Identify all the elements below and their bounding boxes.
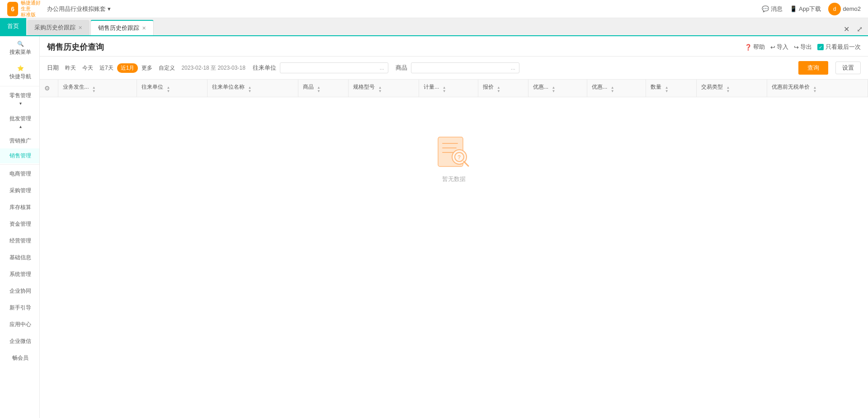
topbar: 6 畅捷通好生意 标准版 办公用品行业模拟账套 ▾ 💬 消息 📱 App下载 d… [0, 0, 868, 18]
chevron-down-icon: ▾ [19, 101, 22, 106]
logo-icon: 6 [7, 2, 18, 16]
empty-icon: ? [431, 133, 476, 170]
th-trade-type[interactable]: 交易类型 ▲▼ [697, 80, 767, 97]
sort-arrows-pre-tax-price: ▲▼ [813, 86, 817, 93]
sidebar-item-finance[interactable]: 资金管理 [0, 216, 39, 233]
date-1month[interactable]: 近1月 [117, 63, 138, 73]
page-header: 销售历史价查询 ❓ 帮助 ↩ 导入 ↪ 导出 ✓ 只看最后一次 [40, 36, 868, 57]
sort-arrows-quoted-price: ▲▼ [497, 86, 500, 93]
sort-arrows-biz-date: ▲▼ [92, 86, 96, 93]
only-last-checkbox[interactable]: ✓ 只看最后一次 [817, 43, 861, 51]
supplier-filter-group: 往来单位 ... [253, 62, 388, 73]
th-quantity[interactable]: 数量 ▲▼ [646, 80, 697, 97]
sidebar-item-wechat[interactable]: 企业微信 [0, 333, 39, 350]
th-discount2[interactable]: 优惠... ▲▼ [587, 80, 646, 97]
sidebar-divider-1 [0, 86, 39, 86]
sort-arrows-quantity: ▲▼ [665, 86, 669, 93]
date-yesterday[interactable]: 昨天 [62, 63, 79, 73]
query-button[interactable]: 查询 [798, 61, 828, 75]
tabbar: 首页 采购历史价跟踪 ✕ 销售历史价跟踪 ✕ ✕ ⤢ [0, 18, 868, 36]
th-partner-name[interactable]: 往来单位名称 ▲▼ [208, 80, 298, 97]
sidebar-item-member[interactable]: 畅会员 [0, 350, 39, 366]
empty-state: ? 暂无数据 [40, 97, 868, 219]
sidebar-sub-marketing[interactable]: 营销推广 [0, 133, 39, 148]
sidebar-item-retail[interactable]: 零售管理 ▾ [0, 87, 39, 110]
export-icon: ↪ [794, 44, 799, 51]
supplier-input[interactable]: ... [280, 62, 388, 73]
th-gear: ⚙ [40, 80, 58, 97]
sort-arrows-discount2: ▲▼ [611, 86, 614, 93]
chevron-up-icon: ▴ [19, 124, 22, 129]
sidebar-item-app-center[interactable]: 应用中心 [0, 316, 39, 333]
date-more[interactable]: 更多 [139, 63, 155, 73]
tab-home[interactable]: 首页 [0, 17, 26, 35]
sidebar-divider-2 [0, 164, 39, 165]
th-partner-code[interactable]: 往来单位 ▲▼ [137, 80, 208, 97]
sidebar-item-wholesale[interactable]: 批发管理 ▴ [0, 110, 39, 133]
app-icon: 📱 [790, 5, 797, 12]
tab-sales-history[interactable]: 销售历史价跟踪 ✕ [90, 20, 154, 35]
date-7days[interactable]: 近7天 [97, 63, 116, 73]
app-download-btn[interactable]: 📱 App下载 [790, 5, 821, 13]
th-pre-tax-price[interactable]: 优惠前无税单价 ▲▼ [767, 80, 868, 97]
product-input-dots: ... [511, 65, 515, 71]
sidebar-item-purchase[interactable]: 采购管理 [0, 182, 39, 199]
user-menu[interactable]: d demo2 [828, 3, 861, 15]
date-label: 日期 [47, 64, 59, 72]
th-spec[interactable]: 规格型号 ▲▼ [349, 80, 419, 97]
help-btn[interactable]: ❓ 帮助 [745, 43, 765, 51]
date-filter-group: 日期 昨天 今天 近7天 近1月 更多 自定义 2023-02-18 至 202… [47, 63, 245, 73]
date-custom[interactable]: 自定义 [156, 63, 178, 73]
message-btn[interactable]: 💬 消息 [762, 5, 783, 13]
gear-icon[interactable]: ⚙ [44, 85, 50, 92]
star-icon: ⭐ [17, 65, 24, 71]
sidebar: 🔍 搜索菜单 ⭐ 快捷导航 零售管理 ▾ 批发管理 ▴ 营销推广 销售管理 电商… [0, 36, 40, 418]
sidebar-item-enterprise[interactable]: 企业协同 [0, 283, 39, 299]
import-btn[interactable]: ↩ 导入 [770, 43, 788, 51]
sidebar-item-inventory[interactable]: 库存核算 [0, 199, 39, 216]
maximize-btn[interactable]: ⤢ [855, 23, 864, 35]
svg-line-6 [464, 162, 468, 166]
product-label: 商品 [396, 64, 407, 72]
supplier-input-dots: ... [380, 65, 384, 71]
sort-arrows-trade-type: ▲▼ [726, 86, 730, 93]
product-input[interactable]: ... [411, 62, 519, 73]
main-layout: 🔍 搜索菜单 ⭐ 快捷导航 零售管理 ▾ 批发管理 ▴ 营销推广 销售管理 电商… [0, 36, 868, 418]
workspace-selector[interactable]: 办公用品行业模拟账套 ▾ [47, 5, 111, 13]
settings-button[interactable]: 设置 [835, 62, 861, 74]
logo-text: 畅捷通好生意 标准版 [21, 0, 43, 18]
sidebar-item-search[interactable]: 🔍 搜索菜单 [0, 36, 39, 61]
th-quoted-price[interactable]: 报价 ▲▼ [478, 80, 528, 97]
export-btn[interactable]: ↪ 导出 [794, 43, 812, 51]
checkbox-icon: ✓ [817, 44, 824, 50]
sidebar-item-ecommerce[interactable]: 电商管理 [0, 166, 39, 182]
sidebar-sub-sales-mgmt[interactable]: 销售管理 [0, 148, 39, 163]
sidebar-item-basic-info[interactable]: 基础信息 [0, 249, 39, 266]
data-table: ⚙ 业务发生... ▲▼ 往来单位 ▲▼ 往来单位名称 ▲▼ [40, 80, 868, 97]
sidebar-item-system[interactable]: 系统管理 [0, 266, 39, 283]
tab-purchase-history[interactable]: 采购历史价跟踪 ✕ [27, 20, 90, 35]
tab-sales-history-close[interactable]: ✕ [142, 25, 146, 31]
page-actions: ❓ 帮助 ↩ 导入 ↪ 导出 ✓ 只看最后一次 [745, 43, 861, 51]
filter-actions: 查询 [798, 61, 828, 75]
topbar-left: 6 畅捷通好生意 标准版 办公用品行业模拟账套 ▾ [7, 0, 111, 18]
sidebar-item-guide[interactable]: 新手引导 [0, 299, 39, 316]
sidebar-item-operation[interactable]: 经营管理 [0, 233, 39, 249]
sort-arrows-partner-code: ▲▼ [166, 86, 170, 93]
tabbar-actions: ✕ ⤢ [842, 23, 868, 35]
tab-purchase-history-close[interactable]: ✕ [78, 25, 82, 31]
search-icon: 🔍 [17, 41, 24, 47]
th-discount1[interactable]: 优惠... ▲▼ [528, 80, 587, 97]
svg-text:?: ? [458, 154, 461, 161]
date-today[interactable]: 今天 [80, 63, 96, 73]
empty-text: 暂无数据 [442, 175, 466, 183]
message-icon: 💬 [762, 5, 769, 12]
close-window-btn[interactable]: ✕ [842, 23, 851, 35]
th-biz-date[interactable]: 业务发生... ▲▼ [58, 80, 137, 97]
table-area: ⚙ 业务发生... ▲▼ 往来单位 ▲▼ 往来单位名称 ▲▼ [40, 80, 868, 418]
help-icon: ❓ [745, 44, 752, 51]
avatar: d [828, 3, 841, 15]
sidebar-item-shortcut[interactable]: ⭐ 快捷导航 [0, 61, 39, 85]
th-unit[interactable]: 计量... ▲▼ [419, 80, 478, 97]
th-product[interactable]: 商品 ▲▼ [298, 80, 349, 97]
